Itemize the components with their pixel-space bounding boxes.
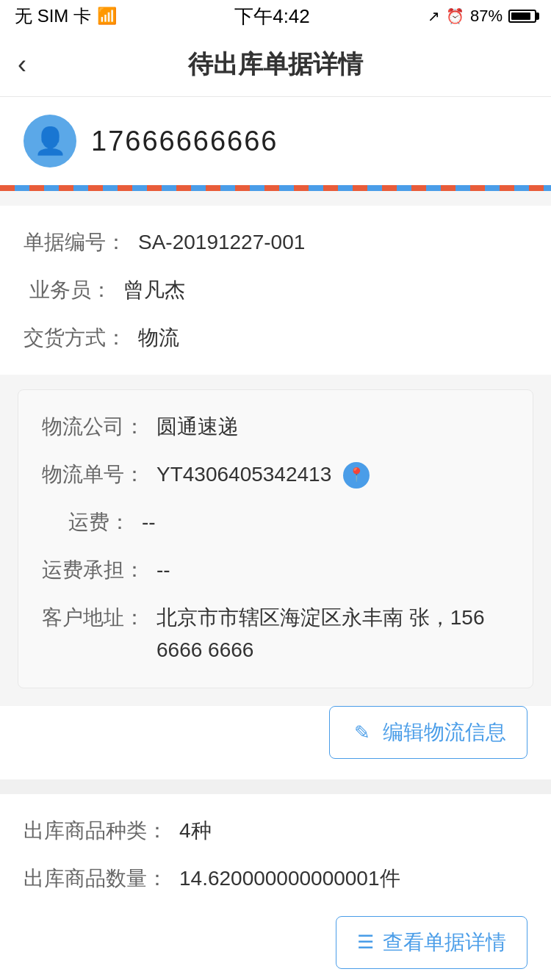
- delivery-method-label: 交货方式：: [24, 322, 126, 355]
- logistics-company-value: 圆通速递: [156, 411, 509, 444]
- edit-logistics-button[interactable]: ✎ 编辑物流信息: [329, 706, 527, 759]
- doc-number-value: SA-20191227-001: [138, 226, 527, 259]
- edit-btn-label: 编辑物流信息: [383, 718, 506, 746]
- doc-number-label: 单据编号：: [24, 226, 126, 259]
- user-phone: 17666666666: [91, 126, 278, 157]
- freight-bearer-value: --: [156, 554, 509, 587]
- view-detail-button[interactable]: ☰ 查看单据详情: [336, 916, 527, 969]
- status-bar: 无 SIM 卡 📶 下午4:42 ↗ ⏰ 87%: [0, 0, 551, 32]
- logistics-company-label: 物流公司：: [42, 411, 145, 444]
- freight-bearer-row: 运费承担： --: [42, 554, 509, 587]
- address-value: 北京市市辖区海淀区永丰南 张，156 6666 6666: [156, 602, 509, 668]
- address-row: 客户地址： 北京市市辖区海淀区永丰南 张，156 6666 6666: [42, 602, 509, 668]
- avatar-icon: 👤: [34, 126, 67, 156]
- goods-quantity-label: 出库商品数量：: [24, 862, 168, 896]
- edit-btn-row: ✎ 编辑物流信息: [0, 706, 551, 779]
- alarm-icon: ⏰: [446, 7, 464, 25]
- goods-types-value: 4种: [179, 815, 527, 848]
- status-left: 无 SIM 卡 📶: [15, 4, 117, 28]
- freight-value: --: [142, 506, 509, 539]
- separator-1: [0, 779, 551, 794]
- address-label: 客户地址：: [42, 602, 145, 635]
- detail-icon: ☰: [357, 931, 374, 954]
- status-right: ↗ ⏰ 87%: [428, 7, 536, 26]
- detail-btn-row: ☰ 查看单据详情: [0, 916, 551, 980]
- goods-types-label: 出库商品种类：: [24, 815, 168, 848]
- battery-indicator: [508, 10, 536, 23]
- goods-quantity-row: 出库商品数量： 14.620000000000001件: [24, 862, 527, 896]
- doc-number-row: 单据编号： SA-20191227-001: [24, 226, 527, 259]
- freight-label: 运费：: [42, 506, 130, 539]
- carrier-text: 无 SIM 卡: [15, 4, 91, 28]
- goods-info-section: 出库商品种类： 4种 出库商品数量： 14.620000000000001件: [0, 794, 551, 916]
- wifi-icon: 📶: [97, 7, 117, 26]
- sales-person-label: 业务员：: [24, 274, 112, 307]
- avatar: 👤: [24, 115, 76, 167]
- pin-icon: 📍: [348, 464, 364, 486]
- nav-bar: ‹ 待出库单据详情: [0, 32, 551, 97]
- sales-person-value: 曾凡杰: [123, 274, 527, 307]
- delivery-method-value: 物流: [138, 322, 527, 355]
- location-icon[interactable]: 📍: [343, 462, 370, 489]
- tracking-row: 物流单号： YT4306405342413 📍: [42, 458, 509, 491]
- logistics-company-row: 物流公司： 圆通速递: [42, 411, 509, 444]
- freight-row: 运费： --: [42, 506, 509, 539]
- location-icon: ↗: [428, 7, 440, 25]
- basic-info-section: 单据编号： SA-20191227-001 业务员： 曾凡杰 交货方式： 物流: [0, 206, 551, 375]
- freight-bearer-label: 运费承担：: [42, 554, 145, 587]
- page-title: 待出库单据详情: [188, 48, 363, 82]
- back-button[interactable]: ‹: [18, 49, 26, 80]
- sales-person-row: 业务员： 曾凡杰: [24, 274, 527, 307]
- battery-text: 87%: [470, 7, 503, 26]
- tracking-number: YT4306405342413: [156, 458, 331, 491]
- goods-quantity-value: 14.620000000000001件: [179, 862, 527, 896]
- edit-icon: ✎: [350, 721, 374, 744]
- status-time: 下午4:42: [234, 4, 310, 29]
- tracking-value-row: YT4306405342413 📍: [156, 458, 509, 491]
- goods-types-row: 出库商品种类： 4种: [24, 815, 527, 848]
- detail-btn-label: 查看单据详情: [383, 929, 506, 956]
- logistics-card: 物流公司： 圆通速递 物流单号： YT4306405342413 📍 运费： -…: [18, 389, 533, 688]
- user-header: 👤 17666666666: [0, 97, 551, 185]
- delivery-method-row: 交货方式： 物流: [24, 322, 527, 355]
- tracking-label: 物流单号：: [42, 458, 145, 491]
- dashed-divider: [0, 185, 551, 191]
